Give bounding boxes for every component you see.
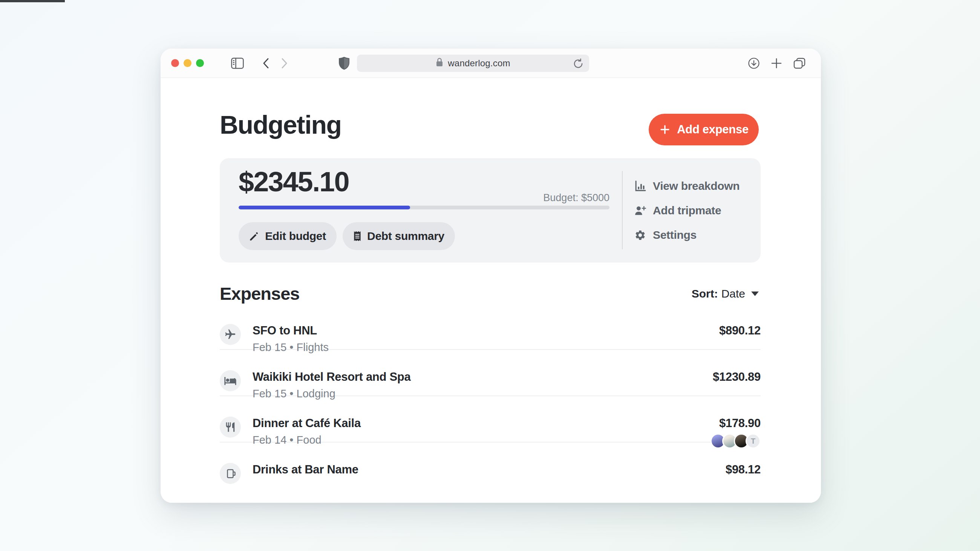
menubar-remnant <box>0 0 65 2</box>
expense-row-food[interactable]: Dinner at Café Kaila Feb 14 • Food $178.… <box>220 407 760 443</box>
tab-overview-icon[interactable] <box>793 57 806 69</box>
shared-avatars: T <box>711 433 760 449</box>
gear-icon <box>634 229 646 241</box>
reload-icon[interactable] <box>573 58 584 71</box>
expense-amount: $890.12 <box>719 324 760 337</box>
bed-icon <box>224 374 237 387</box>
close-window-button[interactable] <box>171 59 179 67</box>
traffic-lights <box>171 59 204 67</box>
minimize-window-button[interactable] <box>184 59 191 67</box>
add-expense-label: Add expense <box>677 123 749 137</box>
settings-label: Settings <box>653 229 697 241</box>
expense-title: SFO to HNL <box>253 324 719 337</box>
settings-link[interactable]: Settings <box>634 228 740 242</box>
forward-icon[interactable] <box>279 57 289 70</box>
budget-total-label: Budget: $5000 <box>239 192 609 204</box>
pencil-icon <box>249 231 259 241</box>
expense-meta: Feb 15 • Flights <box>253 341 719 354</box>
view-breakdown-label: View breakdown <box>653 179 740 192</box>
sort-control[interactable]: Sort: Date <box>692 287 759 300</box>
expense-row-lodging[interactable]: Waikiki Hotel Resort and Spa Feb 15 • Lo… <box>220 361 760 396</box>
budget-progress-bar <box>239 206 609 210</box>
receipt-icon <box>353 231 361 241</box>
debt-summary-button[interactable]: Debt summary <box>343 222 455 250</box>
restaurant-icon <box>224 421 236 433</box>
card-divider <box>622 171 623 249</box>
toolbar-right-group <box>748 57 806 69</box>
downloads-icon[interactable] <box>748 57 760 69</box>
expense-row-flight[interactable]: SFO to HNL Feb 15 • Flights $890.12 <box>220 314 760 350</box>
person-plus-icon <box>634 205 646 216</box>
browser-window: wanderlog.com <box>161 49 821 503</box>
zoom-window-button[interactable] <box>196 59 204 67</box>
back-icon[interactable] <box>261 57 271 70</box>
expense-amount: $1230.89 <box>713 370 760 384</box>
expense-meta: Feb 15 • Lodging <box>253 387 713 400</box>
expense-title: Drinks at Bar Name <box>253 463 725 476</box>
edit-budget-label: Edit budget <box>265 230 326 243</box>
expense-title: Dinner at Café Kaila <box>253 416 711 430</box>
new-tab-icon[interactable] <box>770 57 783 69</box>
chevron-down-icon <box>751 292 759 296</box>
add-tripmate-label: Add tripmate <box>653 204 721 217</box>
expense-title: Waikiki Hotel Resort and Spa <box>253 370 713 384</box>
browser-toolbar: wanderlog.com <box>161 49 821 78</box>
bar-chart-icon <box>634 180 646 192</box>
page-title: Budgeting <box>220 112 342 138</box>
budget-progress-fill <box>239 206 410 210</box>
expense-category-avatar <box>220 463 241 484</box>
drink-icon <box>224 468 236 479</box>
page-body: Budgeting Add expense $2345.10 Budget: $… <box>161 78 821 503</box>
view-breakdown-link[interactable]: View breakdown <box>634 179 740 193</box>
sort-label: Sort: <box>692 287 718 300</box>
expense-amount: $98.12 <box>725 463 760 476</box>
expense-category-avatar <box>220 370 241 391</box>
expense-list: SFO to HNL Feb 15 • Flights $890.12 Wa <box>220 314 760 500</box>
budget-card-actions: View breakdown Add tripmate <box>634 179 740 242</box>
debt-summary-label: Debt summary <box>367 230 444 243</box>
url-text: wanderlog.com <box>448 58 510 68</box>
spent-amount: $2345.10 <box>239 168 349 196</box>
sort-value: Date <box>721 287 745 300</box>
sidebar-toggle-icon[interactable] <box>231 58 244 69</box>
avatar-initial: T <box>746 433 760 449</box>
expenses-heading: Expenses <box>220 283 299 304</box>
privacy-shield-icon[interactable] <box>339 57 349 70</box>
edit-budget-button[interactable]: Edit budget <box>239 222 337 250</box>
expense-amount: $178.90 <box>711 416 760 430</box>
budget-summary-card: $2345.10 Budget: $5000 Edit budget <box>220 158 760 262</box>
expense-category-avatar <box>220 324 241 345</box>
address-bar[interactable]: wanderlog.com <box>357 55 589 72</box>
plane-icon <box>224 329 236 340</box>
lock-icon <box>436 57 443 69</box>
expense-row-drinks[interactable]: Drinks at Bar Name $98.12 <box>220 453 760 489</box>
add-tripmate-link[interactable]: Add tripmate <box>634 204 740 217</box>
add-expense-button[interactable]: Add expense <box>649 114 759 145</box>
expense-meta: Feb 14 • Food <box>253 434 711 446</box>
expense-category-avatar <box>220 416 241 438</box>
plus-icon <box>659 124 671 136</box>
